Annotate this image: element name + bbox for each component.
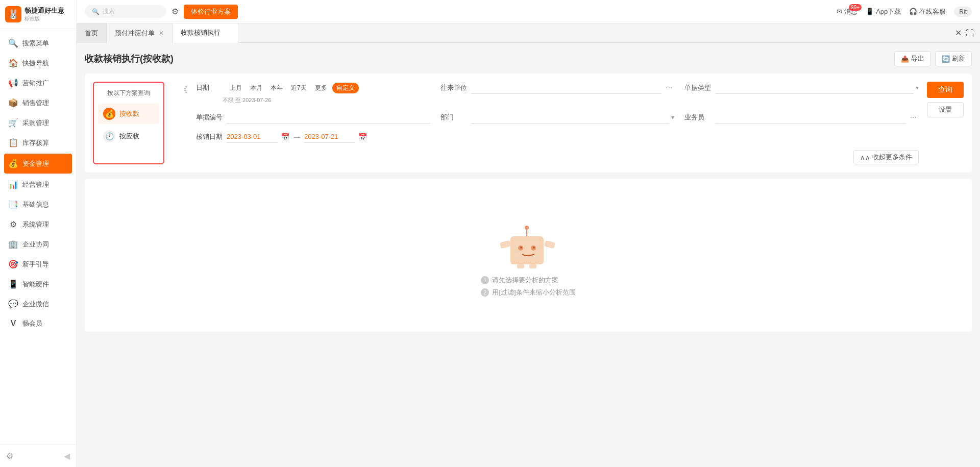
app-download-btn[interactable]: 📱 App下载 <box>866 7 901 16</box>
sidebar: 🐰 畅捷通好生意 标准版 🔍 搜索菜单 🏠 快捷导航 📢 营销推广 📦 销售管理… <box>0 0 77 467</box>
partner-dots-btn[interactable]: ··· <box>664 83 674 92</box>
sales-icon: 📦 <box>8 98 18 108</box>
sidebar-item-inventory[interactable]: 📋 库存核算 <box>0 133 76 153</box>
sidebar-item-purchase[interactable]: 🛒 采购管理 <box>0 113 76 133</box>
dept-value: ▾ <box>471 111 675 124</box>
date-hint: 不限 至 2023-07-26 <box>223 97 271 103</box>
writeoff-date-from-input[interactable] <box>227 131 278 143</box>
doc-no-label: 单据编号 <box>196 113 223 122</box>
sidebar-item-marketing[interactable]: 📢 营销推广 <box>0 73 76 93</box>
app-name: 畅捷通好生意 <box>24 7 64 15</box>
step-num-1: 1 <box>481 276 489 284</box>
user-avatar[interactable]: Rit <box>954 7 972 17</box>
empty-step-2: 2 用[过滤]条件来缩小分析范围 <box>481 288 575 297</box>
sidebar-item-label: 销售管理 <box>22 99 49 108</box>
top-bar-left: 🔍 搜索 ⚙ 体验行业方案 <box>85 5 828 19</box>
writeoff-date-from-group: 📅 <box>227 131 289 143</box>
empty-step-2-text: 用[过滤]条件来缩小分析范围 <box>492 288 575 297</box>
sidebar-item-label: 资金管理 <box>22 159 49 168</box>
date-tab-last-7days[interactable]: 近7天 <box>288 83 310 93</box>
doc-no-input[interactable] <box>227 111 430 124</box>
sidebar-item-enterprise[interactable]: 🏢 企业协同 <box>0 234 76 254</box>
page-header: 收款核销执行(按收款) 📤 导出 🔄 刷新 <box>85 51 972 66</box>
tab-close-all-btn[interactable]: ✕ <box>955 28 962 38</box>
page-title: 收款核销执行(按收款) <box>85 53 174 65</box>
tab-close-advance[interactable]: ✕ <box>159 30 164 37</box>
sidebar-item-basic-info[interactable]: 📑 基础信息 <box>0 194 76 214</box>
sidebar-item-wechat[interactable]: 💬 企业微信 <box>0 294 76 314</box>
partner-input[interactable] <box>471 82 662 94</box>
empty-illustration <box>498 213 559 269</box>
dept-filter-row: 部门 ▾ <box>440 111 675 124</box>
sidebar-item-sales[interactable]: 📦 销售管理 <box>0 93 76 113</box>
staff-input[interactable] <box>715 111 905 124</box>
top-bar: 🔍 搜索 ⚙ 体验行业方案 ✉ 消息 99+ 📱 App下载 🎧 在线客服 Ri… <box>77 0 980 23</box>
finance-icon: 💰 <box>8 159 18 168</box>
sidebar-item-quick-nav[interactable]: 🏠 快捷导航 <box>0 53 76 73</box>
writeoff-date-to-input[interactable] <box>304 131 355 143</box>
sidebar-item-finance[interactable]: 💰 资金管理 <box>4 154 72 174</box>
writeoff-date-to-group: 📅 <box>304 131 367 143</box>
filter-collapse-btn[interactable]: 《 <box>175 82 192 164</box>
sidebar-item-hardware[interactable]: 📱 智能硬件 <box>0 274 76 294</box>
tab-bar: 首页 预付冲应付单 ✕ 收款核销执行 ✕ ✕ ⛶ <box>77 23 980 43</box>
svg-point-5 <box>533 247 535 249</box>
hardware-icon: 📱 <box>8 279 18 289</box>
doc-type-select[interactable] <box>715 82 914 94</box>
partner-value: ··· <box>471 82 675 94</box>
search-bar[interactable]: 🔍 搜索 <box>85 5 166 18</box>
message-btn[interactable]: ✉ 消息 99+ <box>837 7 857 16</box>
date-tab-last-month[interactable]: 上月 <box>227 83 245 93</box>
inventory-icon: 📋 <box>8 138 18 148</box>
operations-icon: 📊 <box>8 180 18 189</box>
date-tab-more[interactable]: 更多 <box>312 83 330 93</box>
calendar-from-icon[interactable]: 📅 <box>281 133 289 141</box>
industry-btn[interactable]: 体验行业方案 <box>184 5 238 19</box>
settings-btn[interactable]: 设置 <box>927 102 964 117</box>
system-icon: ⚙ <box>8 219 18 229</box>
date-tab-custom[interactable]: 自定义 <box>332 83 359 93</box>
search-icon: 🔍 <box>8 38 18 48</box>
calendar-to-icon[interactable]: 📅 <box>358 133 367 141</box>
collapse-more-btn[interactable]: ∧∧ 收起更多条件 <box>853 150 919 164</box>
doc-no-value <box>227 111 430 124</box>
date-tab-this-month[interactable]: 本月 <box>247 83 265 93</box>
query-btn[interactable]: 查询 <box>927 82 964 98</box>
sidebar-item-system[interactable]: ⚙ 系统管理 <box>0 214 76 234</box>
sidebar-item-label: 经营管理 <box>22 180 49 189</box>
tab-advance-payment[interactable]: 预付冲应付单 ✕ <box>107 23 173 43</box>
message-icon: ✉ <box>837 8 842 15</box>
receipt-writeoff-tab-label: 收款核销执行 <box>181 28 220 37</box>
gear-button[interactable]: ⚙ <box>172 7 179 16</box>
sidebar-item-vip[interactable]: V 畅会员 <box>0 314 76 333</box>
date-hint-row: 不限 至 2023-07-26 <box>196 96 919 104</box>
tab-receipt-writeoff[interactable]: 收款核销执行 ✕ <box>173 23 238 43</box>
sidebar-settings-icon[interactable]: ⚙ <box>6 451 13 461</box>
staff-dots-btn[interactable]: ··· <box>908 113 919 122</box>
date-tab-this-year[interactable]: 本年 <box>267 83 286 93</box>
refresh-btn[interactable]: 🔄 刷新 <box>935 51 972 66</box>
export-btn[interactable]: 📤 导出 <box>894 51 931 66</box>
sidebar-collapse-icon[interactable]: ◀ <box>64 451 70 461</box>
sidebar-item-label: 畅会员 <box>22 319 42 328</box>
tab-home[interactable]: 首页 <box>77 23 107 43</box>
sidebar-nav: 🔍 搜索菜单 🏠 快捷导航 📢 营销推广 📦 销售管理 🛒 采购管理 📋 库存核… <box>0 29 76 445</box>
online-service-btn[interactable]: 🎧 在线客服 <box>909 7 946 16</box>
logo-area: 🐰 畅捷通好生意 标准版 <box>0 0 76 29</box>
tab-close-receipt[interactable]: ✕ <box>225 29 230 36</box>
filter-row-2: 单据编号 部门 ▾ <box>196 111 919 124</box>
by-receivable-icon: 🕐 <box>103 130 115 142</box>
tab-expand-btn[interactable]: ⛶ <box>966 29 974 38</box>
sidebar-item-search[interactable]: 🔍 搜索菜单 <box>0 33 76 53</box>
filter-option-by-receipt[interactable]: 💰 按收款 <box>98 104 159 124</box>
logo-icon: 🐰 <box>5 6 21 22</box>
filter-option-by-receivable[interactable]: 🕐 按应收 <box>98 126 159 146</box>
dept-select[interactable] <box>471 111 670 124</box>
sidebar-item-operations[interactable]: 📊 经营管理 <box>0 175 76 194</box>
sidebar-item-guide[interactable]: 🎯 新手引导 <box>0 254 76 274</box>
doc-type-label: 单据类型 <box>684 83 711 92</box>
service-icon: 🎧 <box>909 8 917 15</box>
sidebar-item-label: 营销推广 <box>22 79 49 88</box>
doc-type-chevron-icon: ▾ <box>916 84 919 91</box>
staff-label: 业务员 <box>684 113 711 122</box>
